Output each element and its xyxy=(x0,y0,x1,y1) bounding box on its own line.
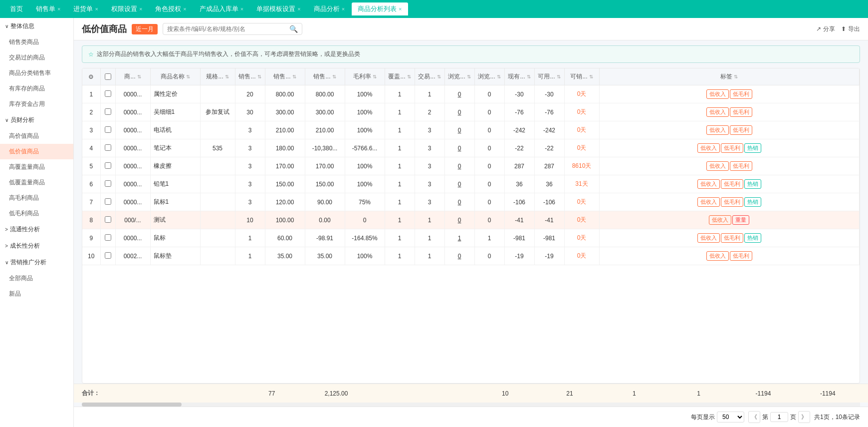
th-available[interactable]: 可用...⇅ xyxy=(534,68,564,85)
th-sales1[interactable]: 销售...⇅ xyxy=(235,68,265,85)
sidebar-item-all-products[interactable]: 全部商品 xyxy=(0,271,73,286)
sidebar-item-stock-products[interactable]: 有库存的商品 xyxy=(0,81,73,96)
row-checkbox[interactable] xyxy=(105,180,111,187)
close-icon[interactable]: × xyxy=(139,6,142,12)
close-icon[interactable]: × xyxy=(240,6,243,12)
sidebar-item-capital[interactable]: 库存资金占用 xyxy=(0,96,73,112)
th-checkbox[interactable] xyxy=(100,68,115,85)
cell-browse1[interactable]: 0 xyxy=(444,103,474,121)
page-input[interactable] xyxy=(770,412,788,422)
search-input[interactable] xyxy=(167,25,287,32)
time-filter-btn[interactable]: 近一月 xyxy=(132,24,158,34)
row-checkbox[interactable] xyxy=(105,162,111,169)
th-tags[interactable]: 标签⇅ xyxy=(599,68,860,85)
browse-link[interactable]: 0 xyxy=(458,199,461,206)
cell-browse1[interactable]: 0 xyxy=(444,139,474,157)
page-size-select[interactable]: 50 20 100 xyxy=(717,412,744,423)
sidebar-group-flow[interactable]: > 流通性分析 xyxy=(0,221,73,238)
browse-link[interactable]: 0 xyxy=(458,163,461,170)
cell-browse1[interactable]: 0 xyxy=(444,175,474,193)
th-sellable[interactable]: 可销...⇅ xyxy=(564,68,599,85)
cell-checkbox[interactable] xyxy=(100,121,115,139)
row-checkbox[interactable] xyxy=(105,252,111,259)
close-icon[interactable]: × xyxy=(297,6,300,12)
sidebar-item-new-products[interactable]: 新品 xyxy=(0,286,73,302)
sidebar-item-high-value[interactable]: 高价值商品 xyxy=(0,128,73,144)
cell-checkbox[interactable] xyxy=(100,193,115,211)
close-icon[interactable]: × xyxy=(399,6,402,12)
browse-link[interactable]: 0 xyxy=(458,109,461,116)
sidebar-item-traded-products[interactable]: 交易过的商品 xyxy=(0,50,73,65)
row-checkbox[interactable] xyxy=(105,108,111,115)
cell-checkbox[interactable] xyxy=(100,229,115,247)
row-checkbox[interactable] xyxy=(105,144,111,151)
share-button[interactable]: ↗ 分享 xyxy=(816,25,835,33)
nav-permissions[interactable]: 权限设置 × xyxy=(105,2,148,15)
cell-browse1[interactable]: 1 xyxy=(444,229,474,247)
nav-sales[interactable]: 销售单 × xyxy=(30,2,66,15)
th-coverage[interactable]: 覆盖...⇅ xyxy=(385,68,415,85)
th-sales3[interactable]: 销售...⇅ xyxy=(305,68,345,85)
sidebar-item-category-sales[interactable]: 商品分类销售率 xyxy=(0,65,73,81)
row-checkbox[interactable] xyxy=(105,126,111,133)
cell-checkbox[interactable] xyxy=(100,247,115,265)
sidebar-group-overall[interactable]: ∨ 整体信息 xyxy=(0,18,73,34)
sidebar-item-low-margin[interactable]: 低毛利商品 xyxy=(0,206,73,221)
nav-home[interactable]: 首页 xyxy=(4,2,29,15)
th-code[interactable]: 商...⇅ xyxy=(115,68,150,85)
cell-checkbox[interactable] xyxy=(100,103,115,121)
sidebar-item-low-coverage[interactable]: 低覆盖量商品 xyxy=(0,175,73,190)
browse-link[interactable]: 0 xyxy=(458,127,461,134)
row-checkbox[interactable] xyxy=(105,234,111,241)
browse-link[interactable]: 0 xyxy=(458,91,461,98)
nav-analysis[interactable]: 商品分析 × xyxy=(308,2,351,15)
sidebar-item-low-value[interactable]: 低价值商品 xyxy=(0,144,73,159)
nav-analysis-list[interactable]: 商品分析列表 × xyxy=(352,2,408,15)
cell-browse1[interactable]: 0 xyxy=(444,157,474,175)
sidebar-group-marketing[interactable]: ∨ 营销推广分析 xyxy=(0,254,73,271)
sidebar-item-sales-products[interactable]: 销售类商品 xyxy=(0,34,73,50)
cell-browse1[interactable]: 0 xyxy=(444,85,474,103)
last-page-btn[interactable]: 》 xyxy=(798,411,810,423)
th-trade[interactable]: 交易...⇅ xyxy=(415,68,444,85)
scrollbar-thumb[interactable] xyxy=(82,403,182,407)
browse-link[interactable]: 0 xyxy=(458,145,461,152)
close-icon[interactable]: × xyxy=(183,6,186,12)
data-table-container[interactable]: ⚙ 商...⇅ 商品名称⇅ 规格...⇅ xyxy=(82,68,860,384)
th-gross-rate[interactable]: 毛利率⇅ xyxy=(345,68,385,85)
cell-checkbox[interactable] xyxy=(100,85,115,103)
horizontal-scrollbar[interactable] xyxy=(82,403,860,407)
sidebar-group-finance[interactable]: ∨ 员财分析 xyxy=(0,112,73,128)
row-checkbox[interactable] xyxy=(105,198,111,205)
th-browse1[interactable]: 浏览...⇅ xyxy=(444,68,474,85)
sidebar-group-growth[interactable]: > 成长性分析 xyxy=(0,238,73,254)
browse-link[interactable]: 0 xyxy=(458,253,461,260)
th-sales2[interactable]: 销售...⇅ xyxy=(265,68,305,85)
cell-checkbox[interactable] xyxy=(100,139,115,157)
browse-link[interactable]: 0 xyxy=(458,181,461,188)
nav-roles[interactable]: 角色授权 × xyxy=(149,2,192,15)
first-page-btn[interactable]: 《 xyxy=(748,411,760,423)
cell-browse1[interactable]: 0 xyxy=(444,121,474,139)
cell-checkbox[interactable] xyxy=(100,175,115,193)
th-browse2[interactable]: 浏览...⇅ xyxy=(474,68,504,85)
th-stock[interactable]: 现有...⇅ xyxy=(504,68,534,85)
cell-checkbox[interactable] xyxy=(100,211,115,229)
select-all-checkbox[interactable] xyxy=(105,73,111,80)
row-checkbox[interactable] xyxy=(105,90,111,97)
th-name[interactable]: 商品名称⇅ xyxy=(150,68,200,85)
close-icon[interactable]: × xyxy=(57,6,60,12)
nav-purchase[interactable]: 进货单 × xyxy=(67,2,104,15)
close-icon[interactable]: × xyxy=(342,6,345,12)
close-icon[interactable]: × xyxy=(95,6,98,12)
nav-warehouse[interactable]: 产成品入库单 × xyxy=(194,2,249,15)
sidebar-item-high-coverage[interactable]: 高覆盖量商品 xyxy=(0,159,73,175)
cell-checkbox[interactable] xyxy=(100,157,115,175)
cell-browse1[interactable]: 0 xyxy=(444,211,474,229)
cell-browse1[interactable]: 0 xyxy=(444,247,474,265)
browse-link[interactable]: 0 xyxy=(458,217,461,224)
export-button[interactable]: ⬆ 导出 xyxy=(841,25,860,33)
row-checkbox[interactable] xyxy=(105,216,111,223)
browse-link[interactable]: 1 xyxy=(458,235,461,242)
th-spec[interactable]: 规格...⇅ xyxy=(200,68,235,85)
